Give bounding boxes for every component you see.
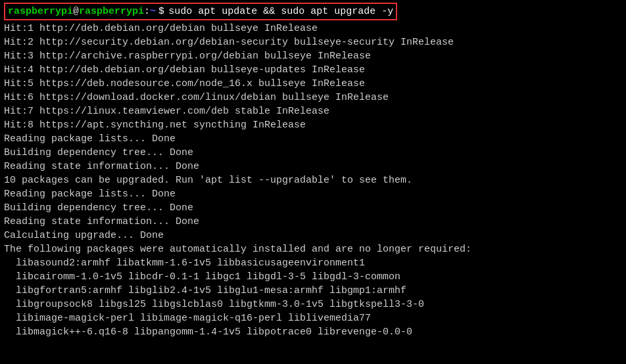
- output-line: Hit:1 http://deb.debian.org/debian bulls…: [4, 22, 622, 35]
- output-line: libcairomm-1.0-1v5 libcdr-0.1-1 libgc1 l…: [4, 270, 622, 284]
- output-line: Hit:3 http://archive.raspberrypi.org/deb…: [4, 49, 622, 63]
- output-line: Building dependency tree... Done: [4, 146, 622, 160]
- prompt-tilde: ~: [150, 5, 156, 18]
- output-line: libimage-magick-perl libimage-magick-q16…: [4, 311, 622, 325]
- output-line: Reading state information... Done: [4, 215, 622, 229]
- output-line: Reading state information... Done: [4, 160, 622, 173]
- prompt-host: raspberrypi: [79, 5, 144, 18]
- output-line: Hit:7 https://linux.teamviewer.com/deb s…: [4, 104, 622, 118]
- output-line: libmagick++-6.q16-8 libpangomm-1.4-1v5 l…: [4, 325, 622, 339]
- output-line: Hit:5 https://deb.nodesource.com/node_16…: [4, 77, 622, 91]
- output-line: Building dependency tree... Done: [4, 201, 622, 215]
- terminal: raspberrypi @ raspberrypi : ~ $ sudo apt…: [0, 0, 626, 364]
- output-line: Hit:6 https://download.docker.com/linux/…: [4, 91, 622, 104]
- output-line: Calculating upgrade... Done: [4, 229, 622, 242]
- output-line: The following packages were automaticall…: [4, 242, 622, 256]
- output-line: libgfortran5:armhf libglib2.4-1v5 libglu…: [4, 284, 622, 298]
- prompt-user: raspberrypi: [8, 5, 73, 18]
- output-line: Reading package lists... Done: [4, 132, 622, 146]
- output-container: Hit:1 http://deb.debian.org/debian bulls…: [4, 22, 622, 339]
- prompt-at: @: [73, 5, 79, 18]
- prompt-line: raspberrypi @ raspberrypi : ~ $ sudo apt…: [4, 3, 397, 20]
- output-line: Reading package lists... Done: [4, 187, 622, 201]
- prompt-command: sudo apt update && sudo apt upgrade -y: [168, 5, 393, 18]
- prompt-colon: :: [144, 5, 150, 18]
- output-line: libgroupsock8 libgsl25 libgslcblas0 libg…: [4, 298, 622, 311]
- output-line: Hit:8 https://apt.syncthing.net syncthin…: [4, 118, 622, 132]
- output-line: libasound2:armhf libatkmm-1.6-1v5 libbas…: [4, 256, 622, 270]
- output-line: Hit:4 http://deb.debian.org/debian bulls…: [4, 63, 622, 77]
- output-line: Hit:2 http://security.debian.org/debian-…: [4, 35, 622, 49]
- output-line: 10 packages can be upgraded. Run 'apt li…: [4, 173, 622, 187]
- prompt-dollar: $: [158, 5, 164, 18]
